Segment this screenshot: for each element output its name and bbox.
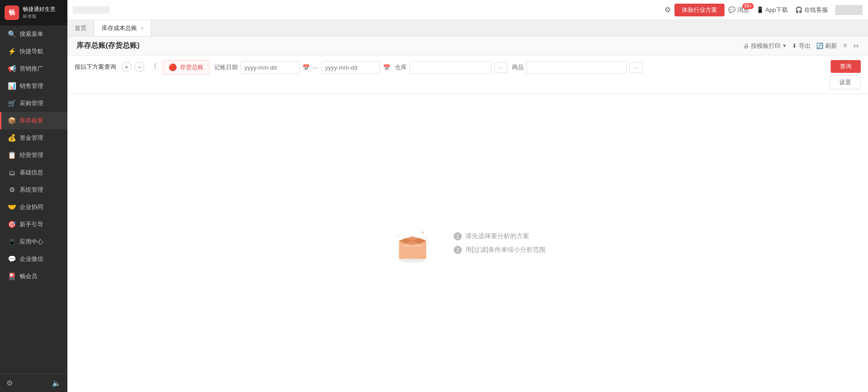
tip-2-number: 2 [454,246,462,254]
sidebar-icon-appstore: 📱 [8,238,16,246]
filter-row-main: 🔴 存货总账 记账日期 📅 — 📅 仓库 [163,60,824,75]
sidebar-footer: ⚙ 🔈 [0,374,67,392]
filter-settings-button[interactable]: 设置 [830,76,861,89]
svg-text:✦: ✦ [421,230,424,235]
sidebar-item-member[interactable]: 🎴畅会员 [0,268,67,285]
sidebar-icon-inventory: 📦 [8,117,16,125]
query-button[interactable]: 查询 [831,60,861,73]
sidebar-item-purchase[interactable]: 🛒采购管理 [0,95,67,112]
sidebar-item-basic[interactable]: 🗂基础信息 [0,164,67,181]
sidebar-item-marketing[interactable]: 📢营销推广 [0,60,67,77]
sidebar-item-sales[interactable]: 📊销售管理 [0,77,67,95]
tab-close-icon[interactable]: × [141,25,143,31]
goods-label: 商品 [512,63,524,71]
tip-2-text: 用[过滤]条件来缩小分析范围 [465,246,546,254]
sidebar-label-inventory: 库存核算 [20,117,43,125]
filter-collapse-button[interactable]: 《 [150,60,157,71]
user-profile[interactable] [835,5,863,15]
print-template-button[interactable]: 🖨 按模板打印 ▼ [743,42,787,50]
sidebar-item-shortcut[interactable]: ⚡快捷导航 [0,43,67,60]
sidebar-icon-newbie: 🎯 [8,220,16,229]
export-button[interactable]: ⬇ 导出 [792,42,811,50]
content: 库存总账(存货总账) 🖨 按模板打印 ▼ ⬇ 导出 🔄 刷新 × ⇔ [67,36,868,392]
scheme-selector[interactable]: 🔴 存货总账 [163,60,209,75]
sidebar-icon-system: ⚙ [8,186,16,194]
empty-tips: 1 请先选择要分析的方案 2 用[过滤]条件来缩小分析范围 [454,232,546,254]
empty-illustration: ✦ ✦ ✦ [390,220,435,266]
sidebar-item-enterprise[interactable]: 🤝企业协同 [0,199,67,216]
calendar-end-icon[interactable]: 📅 [383,64,390,71]
app-icon: 📱 [756,6,764,13]
date-start-input[interactable] [240,61,300,74]
goods-input[interactable] [526,61,627,74]
tab-inventory-label: 库存成本总账 [102,24,137,32]
sidebar-item-wechat[interactable]: 💬企业微信 [0,250,67,268]
goods-more-button[interactable]: ··· [629,62,643,73]
sidebar-item-appstore[interactable]: 📱应用中心 [0,233,67,250]
app-download-button[interactable]: 📱 App下载 [756,6,788,14]
logo-title: 畅捷通好生意 [23,6,56,13]
topbar-settings-icon[interactable]: ⚙ [664,5,671,14]
date-end-input[interactable] [321,61,380,74]
sidebar: 畅 畅捷通好生意 标准版 🔍搜索菜单⚡快捷导航📢营销推广📊销售管理🛒采购管理📦库… [0,0,67,392]
logo-text-block: 畅捷通好生意 标准版 [23,6,56,20]
filter-actions: + − [122,60,144,72]
topbar-right: 💬 消息 99+ 📱 App下载 🎧 在线客服 [728,5,863,15]
svg-point-5 [400,258,425,263]
sidebar-icon-enterprise: 🤝 [8,203,16,211]
export-label: 导出 [799,42,811,50]
sidebar-label-purchase: 采购管理 [20,99,43,107]
breadcrumb [73,6,659,14]
calendar-start-icon[interactable]: 📅 [302,64,310,71]
audio-icon[interactable]: 🔈 [52,379,61,387]
sidebar-icon-operation: 📋 [8,151,16,159]
tab-inventory-ledger[interactable]: 库存成本总账 × [94,20,151,36]
settings-icon[interactable]: ⚙ [6,379,13,387]
sidebar-item-operation[interactable]: 📋经营管理 [0,147,67,164]
close-panel-button[interactable]: × [842,41,848,51]
date-separator: — [312,64,318,71]
sidebar-label-search: 搜索菜单 [20,30,43,38]
warehouse-label: 仓库 [395,63,407,71]
refresh-button[interactable]: 🔄 刷新 [816,42,837,50]
filter-delete-button[interactable]: − [134,62,144,72]
table-area: ✦ ✦ ✦ 1 请先选择要分析的方案 2 用[过滤]条件来缩小分析范围 [67,94,868,392]
online-service-button[interactable]: 🎧 在线客服 [795,6,828,14]
industry-button[interactable]: 体验行业方案 [674,4,725,16]
refresh-label: 刷新 [825,42,837,50]
filter-add-button[interactable]: + [122,62,132,72]
warehouse-more-button[interactable]: ··· [494,62,507,73]
tab-home[interactable]: 首页 [67,20,94,36]
sidebar-item-finance[interactable]: 💰资金管理 [0,129,67,147]
app-download-label: App下载 [766,6,788,14]
print-icon: 🖨 [743,42,749,49]
sidebar-label-finance: 资金管理 [20,134,43,142]
sidebar-nav: 🔍搜索菜单⚡快捷导航📢营销推广📊销售管理🛒采购管理📦库存核算💰资金管理📋经营管理… [0,25,67,374]
sidebar-label-system: 系统管理 [20,186,43,194]
export-icon: ⬇ [792,42,797,49]
sidebar-item-newbie[interactable]: 🎯新手引导 [0,216,67,233]
main-area: ⚙ 体验行业方案 💬 消息 99+ 📱 App下载 🎧 在线客服 首页 [67,0,868,392]
sidebar-item-inventory[interactable]: 📦库存核算 [0,112,67,129]
page-header: 库存总账(存货总账) 🖨 按模板打印 ▼ ⬇ 导出 🔄 刷新 × ⇔ [67,36,868,56]
expand-panel-button[interactable]: ⇔ [853,41,859,50]
scheme-label: 存货总账 [180,63,204,71]
message-button[interactable]: 💬 消息 99+ [728,6,749,14]
sidebar-item-system[interactable]: ⚙系统管理 [0,181,67,199]
sidebar-icon-basic: 🗂 [8,169,16,177]
sidebar-icon-wechat: 💬 [8,255,16,263]
sidebar-icon-purchase: 🛒 [8,99,16,107]
sidebar-item-search[interactable]: 🔍搜索菜单 [0,25,67,43]
sidebar-label-operation: 经营管理 [20,151,43,159]
print-dropdown-icon[interactable]: ▼ [782,43,787,48]
refresh-icon: 🔄 [816,42,823,49]
sidebar-icon-member: 🎴 [8,272,16,280]
message-icon: 💬 [728,6,735,13]
sidebar-label-newbie: 新手引导 [20,220,43,229]
tip-1-number: 1 [454,232,462,240]
warehouse-input[interactable] [409,61,491,74]
breadcrumb-placeholder [73,6,109,14]
sidebar-icon-marketing: 📢 [8,65,16,73]
sidebar-icon-search: 🔍 [8,30,16,38]
sidebar-label-basic: 基础信息 [20,168,43,177]
